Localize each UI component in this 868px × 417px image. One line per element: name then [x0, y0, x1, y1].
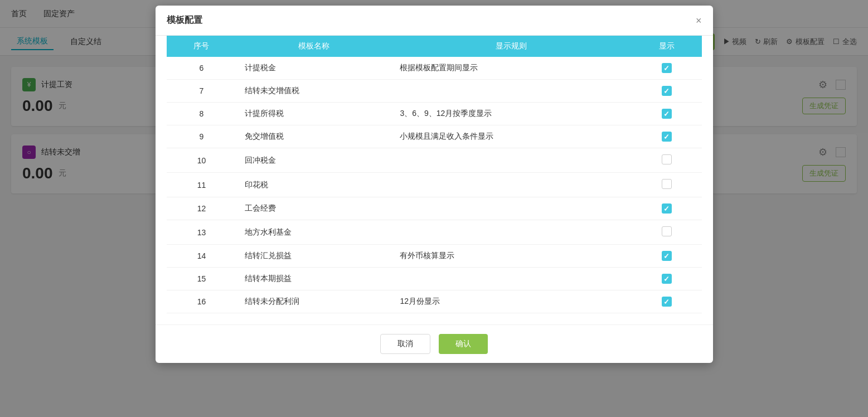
- table-row: 12工会经费: [167, 197, 702, 220]
- cell-checkbox[interactable]: [632, 125, 702, 148]
- checkbox-row-16[interactable]: [662, 297, 672, 307]
- cell-id: 7: [167, 80, 237, 103]
- col-display: 显示: [632, 36, 702, 57]
- table-row: 8计提所得税3、6、9、12月按季度显示: [167, 103, 702, 125]
- cell-id: 12: [167, 197, 237, 220]
- cell-name: 免交增值税: [236, 125, 391, 148]
- checkbox-row-14[interactable]: [662, 251, 672, 261]
- table-row: 6计提税金根据模板配置期间显示: [167, 57, 702, 80]
- cell-id: 15: [167, 268, 237, 290]
- cell-checkbox[interactable]: [632, 57, 702, 80]
- cell-name: 地方水利基金: [236, 220, 391, 245]
- cell-id: 11: [167, 173, 237, 197]
- cell-checkbox[interactable]: [632, 220, 702, 245]
- table-row: 13地方水利基金: [167, 220, 702, 245]
- cell-checkbox[interactable]: [632, 80, 702, 103]
- col-id: 序号: [167, 36, 237, 57]
- cell-id: 16: [167, 290, 237, 313]
- cell-checkbox[interactable]: [632, 197, 702, 220]
- checkbox-row-13[interactable]: [662, 226, 672, 236]
- cell-checkbox[interactable]: [632, 245, 702, 268]
- modal-body: 序号 模板名称 显示规则 显示 6计提税金根据模板配置期间显示7结转未交增值税8…: [156, 36, 713, 324]
- cell-name: 计提所得税: [236, 103, 391, 125]
- cell-id: 8: [167, 103, 237, 125]
- cell-rule: 12月份显示: [391, 290, 631, 313]
- modal-close-button[interactable]: ×: [696, 16, 702, 26]
- template-config-modal: 模板配置 × 序号 模板名称 显示规则 显示 6计提税金根据模板配置期间显示7结…: [156, 6, 713, 363]
- table-row: 11印花税: [167, 173, 702, 197]
- cell-rule: 小规模且满足收入条件显示: [391, 125, 631, 148]
- checkbox-row-12[interactable]: [662, 203, 672, 214]
- table-header: 序号 模板名称 显示规则 显示: [167, 36, 702, 57]
- cell-rule: [391, 220, 631, 245]
- cell-checkbox[interactable]: [632, 103, 702, 125]
- checkbox-row-10[interactable]: [662, 154, 672, 164]
- cell-checkbox[interactable]: [632, 268, 702, 290]
- table-row: 9免交增值税小规模且满足收入条件显示: [167, 125, 702, 148]
- cell-checkbox[interactable]: [632, 173, 702, 197]
- cell-id: 6: [167, 57, 237, 80]
- cell-rule: [391, 148, 631, 173]
- confirm-button[interactable]: 确认: [439, 334, 488, 354]
- cell-id: 14: [167, 245, 237, 268]
- checkbox-row-9[interactable]: [662, 132, 672, 142]
- modal-footer: 取消 确认: [156, 324, 713, 363]
- checkbox-row-11[interactable]: [662, 179, 672, 189]
- checkbox-row-15[interactable]: [662, 274, 672, 284]
- cell-rule: [391, 173, 631, 197]
- table-row: 16结转未分配利润12月份显示: [167, 290, 702, 313]
- cell-id: 13: [167, 220, 237, 245]
- cell-rule: [391, 197, 631, 220]
- cell-rule: 根据模板配置期间显示: [391, 57, 631, 80]
- checkbox-row-8[interactable]: [662, 109, 672, 119]
- cell-name: 印花税: [236, 173, 391, 197]
- cell-checkbox[interactable]: [632, 290, 702, 313]
- cell-rule: [391, 268, 631, 290]
- cell-name: 结转本期损益: [236, 268, 391, 290]
- cell-name: 工会经费: [236, 197, 391, 220]
- cell-name: 回冲税金: [236, 148, 391, 173]
- table-row: 14结转汇兑损益有外币核算显示: [167, 245, 702, 268]
- checkbox-row-7[interactable]: [662, 86, 672, 96]
- cell-name: 结转汇兑损益: [236, 245, 391, 268]
- cell-rule: 有外币核算显示: [391, 245, 631, 268]
- config-table: 序号 模板名称 显示规则 显示 6计提税金根据模板配置期间显示7结转未交增值税8…: [167, 36, 702, 313]
- cell-name: 计提税金: [236, 57, 391, 80]
- col-rule: 显示规则: [391, 36, 631, 57]
- cell-checkbox[interactable]: [632, 148, 702, 173]
- cell-name: 结转未分配利润: [236, 290, 391, 313]
- modal-title: 模板配置: [167, 14, 202, 26]
- cancel-button[interactable]: 取消: [380, 334, 430, 354]
- table-body: 6计提税金根据模板配置期间显示7结转未交增值税8计提所得税3、6、9、12月按季…: [167, 57, 702, 313]
- table-row: 15结转本期损益: [167, 268, 702, 290]
- cell-rule: [391, 80, 631, 103]
- col-name: 模板名称: [236, 36, 391, 57]
- cell-rule: 3、6、9、12月按季度显示: [391, 103, 631, 125]
- modal-overlay: 模板配置 × 序号 模板名称 显示规则 显示 6计提税金根据模板配置期间显示7结…: [0, 0, 868, 417]
- checkbox-row-6[interactable]: [662, 63, 672, 73]
- cell-id: 9: [167, 125, 237, 148]
- table-row: 7结转未交增值税: [167, 80, 702, 103]
- modal-header: 模板配置 ×: [156, 6, 713, 36]
- table-row: 10回冲税金: [167, 148, 702, 173]
- cell-id: 10: [167, 148, 237, 173]
- cell-name: 结转未交增值税: [236, 80, 391, 103]
